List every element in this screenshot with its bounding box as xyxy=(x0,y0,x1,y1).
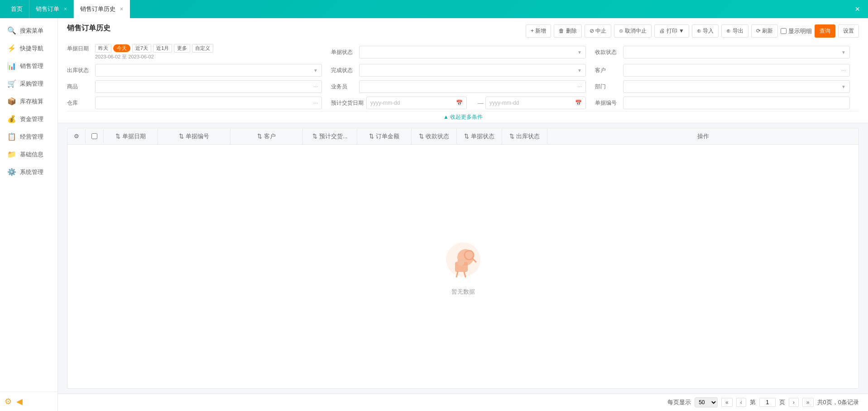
print-button[interactable]: 🖨 打印 ▼ xyxy=(654,24,689,38)
settings-bottom-icon[interactable]: ⚙ xyxy=(5,396,12,406)
table-area: ⚙ ⇅ 单据日期 ⇅ 单据编号 ⇅ 客户 ⇅ xyxy=(67,128,859,389)
sidebar-item-sales[interactable]: 📊 销售管理 xyxy=(0,57,58,75)
warehouse-select[interactable]: ··· xyxy=(95,97,322,109)
total-text: 共0页，0条记录 xyxy=(817,398,859,406)
first-page-button[interactable]: « xyxy=(721,398,733,407)
query-button[interactable]: 查询 xyxy=(815,24,835,38)
stop-button[interactable]: ⊘ 中止 xyxy=(585,24,611,38)
order-no-input[interactable] xyxy=(623,97,850,109)
sidebar-item-inventory[interactable]: 📦 库存核算 xyxy=(0,92,58,110)
pay-status-chevron: ▼ xyxy=(841,50,846,55)
system-icon: ⚙️ xyxy=(7,168,16,176)
th-action-label: 操作 xyxy=(697,132,709,140)
calendar-to-icon[interactable]: 📅 xyxy=(575,100,582,106)
th-settings-icon: ⚙ xyxy=(74,133,79,140)
finance-icon: 💰 xyxy=(7,115,16,123)
collapse-filter-bar[interactable]: ▲ 收起更多条件 xyxy=(67,111,859,123)
th-order-status-label: 单据状态 xyxy=(471,132,494,140)
date-more-btn[interactable]: 更多 xyxy=(174,44,190,53)
import-button[interactable]: ⊕ 导入 xyxy=(692,24,719,38)
date-custom-btn[interactable]: 自定义 xyxy=(192,44,213,53)
sidebar-item-basic-info-label: 基础信息 xyxy=(20,150,43,159)
th-amount[interactable]: ⇅ 订单金额 xyxy=(357,129,412,144)
basic-info-icon: 📁 xyxy=(7,150,16,159)
delivery-date-to[interactable]: yyyy-mm-dd 📅 xyxy=(485,97,586,109)
th-pay-status[interactable]: ⇅ 收款状态 xyxy=(412,129,457,144)
sidebar-item-basic-info[interactable]: 📁 基础信息 xyxy=(0,145,58,163)
order-status-select[interactable]: ▼ xyxy=(359,46,586,58)
product-select[interactable]: ··· xyxy=(95,80,322,93)
business-icon: 📋 xyxy=(7,132,16,141)
order-status-chevron: ▼ xyxy=(577,50,582,55)
collapse-sidebar-icon[interactable]: ◀ xyxy=(16,396,23,406)
filter-cell-date: 单据日期 昨天 今天 近7天 近1月 更多 自定义 2023-06-02 至 2… xyxy=(67,44,331,60)
product-label: 商品 xyxy=(67,83,92,91)
sales-icon: 📊 xyxy=(7,62,16,70)
purchase-icon: 🛒 xyxy=(7,79,16,88)
date-today-btn[interactable]: 今天 xyxy=(113,44,130,52)
select-all-checkbox[interactable] xyxy=(91,133,97,139)
tab-sales-order-history-close[interactable]: × xyxy=(120,6,123,12)
sidebar-item-system[interactable]: ⚙️ 系统管理 xyxy=(0,163,58,181)
date-7days-btn[interactable]: 近7天 xyxy=(132,44,151,53)
display-cols-check-input[interactable] xyxy=(781,28,786,34)
date-1month-btn[interactable]: 近1月 xyxy=(153,44,172,53)
customer-select[interactable]: ··· xyxy=(623,64,850,77)
th-delivery-status-label: 出库状态 xyxy=(516,132,540,140)
quick-nav-icon: ⚡ xyxy=(7,44,16,53)
sidebar-item-purchase[interactable]: 🛒 采购管理 xyxy=(0,75,58,92)
new-button[interactable]: + 新增 xyxy=(526,24,551,38)
th-delivery-date[interactable]: ⇅ 预计交货... xyxy=(303,129,357,144)
current-page-input[interactable] xyxy=(759,398,776,407)
th-delivery-status-sort-icon: ⇅ xyxy=(509,133,514,140)
pay-status-select[interactable]: ▼ xyxy=(623,46,850,58)
settings-button[interactable]: 设置 xyxy=(838,24,859,38)
order-no-label: 单据编号 xyxy=(595,99,620,107)
date-label: 单据日期 xyxy=(67,44,92,53)
department-select[interactable]: ▼ xyxy=(623,80,850,93)
window-close-button[interactable]: × xyxy=(851,5,863,14)
last-page-button[interactable]: » xyxy=(802,398,814,407)
complete-status-select[interactable]: ▼ xyxy=(359,64,586,77)
delivery-status-select[interactable]: ▼ xyxy=(95,64,322,77)
date-filter-control: 昨天 今天 近7天 近1月 更多 自定义 2023-06-02 至 2023-0… xyxy=(95,44,331,60)
sidebar-item-business[interactable]: 📋 经营管理 xyxy=(0,128,58,145)
delivery-date-range: yyyy-mm-dd 📅 — yyyy-mm-dd 📅 xyxy=(366,97,595,109)
cancel-stop-button[interactable]: ⊙ 取消中止 xyxy=(614,24,652,38)
delivery-status-label: 出库状态 xyxy=(67,67,92,74)
export-button[interactable]: ⊕ 导出 xyxy=(721,24,748,38)
tab-sales-order-close[interactable]: × xyxy=(64,6,67,12)
th-settings[interactable]: ⚙ xyxy=(67,129,86,143)
filter-area: 单据日期 昨天 今天 近7天 近1月 更多 自定义 2023-06-02 至 2… xyxy=(58,42,868,123)
th-checkbox[interactable] xyxy=(86,130,104,143)
th-order-no[interactable]: ⇅ 单据编号 xyxy=(158,129,230,144)
next-page-button[interactable]: › xyxy=(789,398,799,407)
filter-cell-pay-status: 收款状态 ▼ xyxy=(595,44,859,60)
delivery-date-from[interactable]: yyyy-mm-dd 📅 xyxy=(366,97,467,109)
tab-sales-order[interactable]: 销售订单 × xyxy=(29,0,74,18)
th-order-sort-icon: ⇅ xyxy=(464,133,469,140)
tab-home[interactable]: 首页 xyxy=(5,0,29,18)
display-cols-checkbox[interactable]: 显示明细 xyxy=(781,27,812,35)
tab-sales-order-history-label: 销售订单历史 xyxy=(80,5,115,13)
sidebar-item-finance[interactable]: 💰 资金管理 xyxy=(0,110,58,128)
tab-sales-order-history[interactable]: 销售订单历史 × xyxy=(74,0,130,18)
refresh-button[interactable]: ⟳ 刷新 xyxy=(751,24,778,38)
prev-page-button[interactable]: ‹ xyxy=(736,398,746,407)
th-order-status[interactable]: ⇅ 单据状态 xyxy=(457,129,502,144)
content-area: 销售订单历史 + 新增 🗑 删除 ⊘ 中止 ⊙ 取消中止 🖨 打印 ▼ ⊕ 导入… xyxy=(58,18,868,411)
salesperson-select[interactable]: ··· xyxy=(359,80,586,93)
sidebar-item-quick-nav[interactable]: ⚡ 快捷导航 xyxy=(0,39,58,57)
filter-cell-delivery-date: 预计交货日期 yyyy-mm-dd 📅 — yyyy-mm-dd 📅 xyxy=(331,97,595,109)
delete-button[interactable]: 🗑 删除 xyxy=(554,24,581,38)
date-yesterday-btn[interactable]: 昨天 xyxy=(95,44,111,53)
calendar-from-icon[interactable]: 📅 xyxy=(456,100,463,106)
th-delivery-status[interactable]: ⇅ 出库状态 xyxy=(502,129,547,144)
filter-cell-complete-status: 完成状态 ▼ xyxy=(331,64,595,77)
sidebar-item-purchase-label: 采购管理 xyxy=(20,80,43,88)
th-customer[interactable]: ⇅ 客户 xyxy=(230,129,303,144)
sidebar-item-search-menu[interactable]: 🔍 搜索菜单 xyxy=(0,22,58,39)
page-size-select[interactable]: 50 10 20 100 xyxy=(695,397,718,407)
th-date[interactable]: ⇅ 单据日期 xyxy=(104,129,158,144)
warehouse-dots: ··· xyxy=(313,100,318,106)
